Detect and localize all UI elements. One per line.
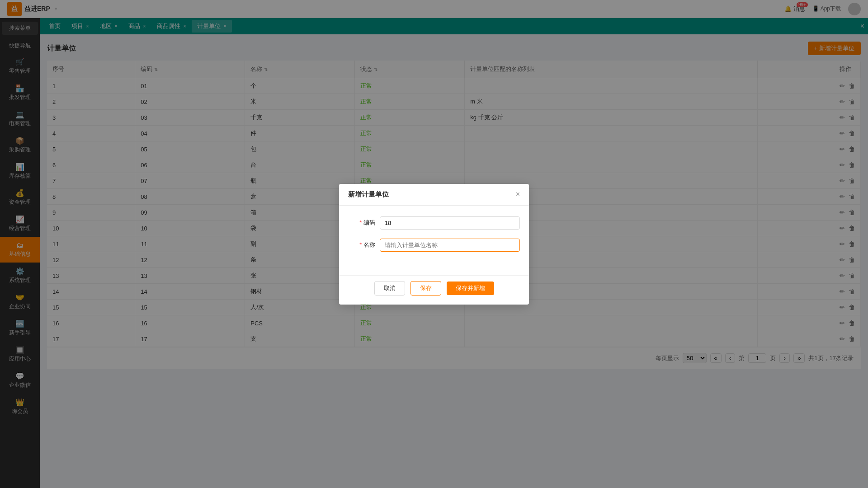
modal-title: 新增计量单位 [348, 190, 389, 199]
name-input[interactable] [380, 239, 520, 252]
cancel-button[interactable]: 取消 [374, 281, 405, 296]
form-item-name: 名称 [348, 239, 520, 252]
add-unit-modal: 新增计量单位 × 编码 名称 取消 保存 保存并新增 [339, 184, 529, 305]
name-label: 名称 [348, 241, 375, 249]
modal-header: 新增计量单位 × [339, 184, 529, 206]
code-input[interactable] [380, 216, 520, 230]
save-and-add-button[interactable]: 保存并新增 [447, 282, 494, 295]
modal-body: 编码 名称 [339, 206, 529, 272]
save-button[interactable]: 保存 [410, 281, 441, 296]
code-label: 编码 [348, 219, 375, 227]
form-item-code: 编码 [348, 216, 520, 230]
modal-close-button[interactable]: × [516, 190, 520, 198]
modal-footer: 取消 保存 保存并新增 [339, 275, 529, 305]
modal-overlay: 新增计量单位 × 编码 名称 取消 保存 保存并新增 [0, 0, 868, 488]
